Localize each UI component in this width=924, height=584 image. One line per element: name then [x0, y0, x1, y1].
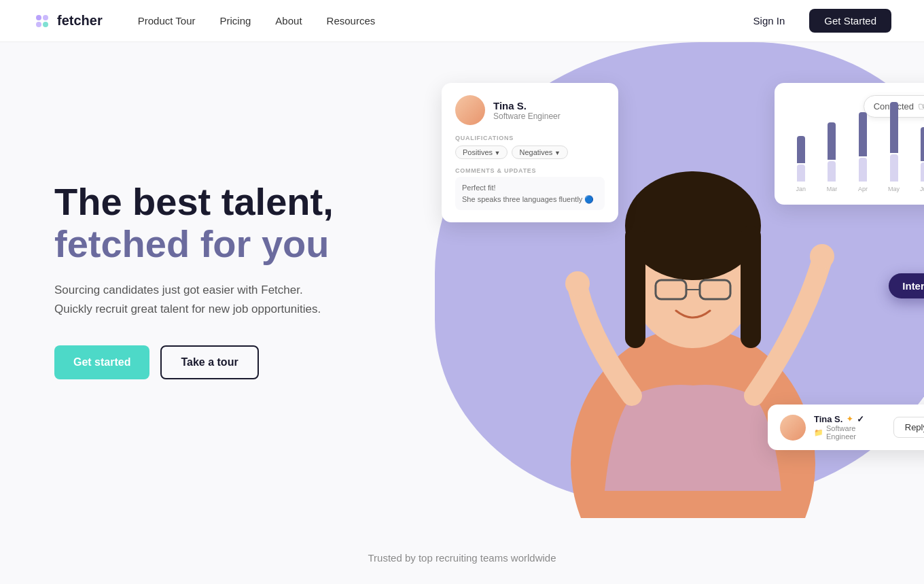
- chart-bars: [788, 127, 924, 182]
- hero-title-line1: The best talent,: [54, 180, 334, 223]
- hero-subtitle-line1: Sourcing candidates just got easier with…: [54, 284, 303, 296]
- profile-role: Software Engineer: [493, 111, 561, 121]
- get-started-button[interactable]: Get started: [54, 345, 149, 379]
- bar-jun: [912, 127, 924, 182]
- chart-label-may: May: [881, 186, 907, 192]
- bar-light-mar: [828, 161, 836, 182]
- nav-pricing[interactable]: Pricing: [209, 10, 262, 32]
- chart-card: Contacted ☞: [775, 83, 924, 205]
- navbar: fetcher Product Tour Pricing About Resou…: [0, 0, 924, 42]
- profile-card: Tina S. Software Engineer QUALIFICATIONS…: [442, 83, 618, 222]
- trusted-section: Trusted by top recruiting teams worldwid…: [0, 518, 924, 584]
- bar-light-jan: [797, 165, 805, 182]
- bar-jan: [788, 136, 814, 182]
- svg-point-0: [36, 15, 41, 20]
- comments-label: COMMENTS & UPDATES: [455, 167, 605, 174]
- fetcher-logo-icon: [33, 12, 52, 31]
- logo[interactable]: fetcher: [33, 12, 103, 31]
- trusted-text: Trusted by top recruiting teams worldwid…: [54, 552, 870, 564]
- profile-avatar: [455, 95, 485, 125]
- svg-point-3: [43, 22, 48, 27]
- reply-button[interactable]: Reply: [893, 417, 924, 438]
- hero-content: The best talent, fetched for you Sourcin…: [0, 126, 462, 434]
- bar-apr: [850, 112, 876, 182]
- hero-visual: Tina S. Software Engineer QUALIFICATIONS…: [462, 42, 924, 518]
- chart-label-apr: Apr: [850, 186, 876, 192]
- reply-spark-icon: ✦: [847, 415, 853, 424]
- hero-subtitle: Sourcing candidates just got easier with…: [54, 281, 380, 317]
- reply-avatar: [780, 415, 806, 441]
- chart-label-jan: Jan: [788, 186, 814, 192]
- comment-line2: She speaks three languages fluently 🔵: [462, 194, 598, 205]
- svg-point-1: [43, 15, 48, 20]
- sign-in-button[interactable]: Sign In: [740, 10, 799, 32]
- bar-dark-mar: [828, 122, 836, 160]
- hero-title-line2: fetched for you: [54, 222, 329, 265]
- svg-rect-7: [625, 226, 645, 348]
- nav-resources[interactable]: Resources: [316, 10, 387, 32]
- profile-name: Tina S.: [493, 100, 561, 111]
- cursor-icon: ☞: [918, 100, 924, 113]
- bar-dark-jun: [921, 127, 924, 161]
- nav-links: Product Tour Pricing About Resources: [127, 10, 387, 32]
- bar-may: [881, 102, 907, 182]
- reply-name-text: Tina S.: [814, 414, 842, 424]
- profile-card-header: Tina S. Software Engineer: [455, 95, 605, 125]
- bar-light-apr: [859, 158, 867, 182]
- bar-dark-jan: [797, 136, 805, 163]
- chart-labels: Jan Mar Apr May Jun: [788, 186, 924, 192]
- interested-pill: Interested: [889, 273, 924, 298]
- navbar-left: fetcher Product Tour Pricing About Resou…: [33, 10, 386, 32]
- hero-section: The best talent, fetched for you Sourcin…: [0, 42, 924, 518]
- comment-line1: Perfect fit!: [462, 182, 598, 194]
- get-started-nav-button[interactable]: Get Started: [809, 9, 891, 33]
- chart-label-jun: Jun: [912, 186, 924, 192]
- hero-subtitle-line2: Quickly recruit great talent for new job…: [54, 303, 321, 315]
- bar-dark-apr: [859, 112, 867, 156]
- tag-positives[interactable]: Positives: [455, 145, 508, 159]
- chart-label-mar: Mar: [819, 186, 845, 192]
- reply-name: Tina S. ✦ ✓: [814, 414, 885, 424]
- svg-rect-8: [741, 226, 761, 348]
- reply-check-icon: ✓: [857, 414, 864, 424]
- svg-point-12: [565, 271, 590, 296]
- bar-light-may: [890, 154, 898, 182]
- reply-role: 📁 Software Engineer: [814, 424, 885, 441]
- interested-badge: Interested: [889, 273, 924, 298]
- nav-product-tour[interactable]: Product Tour: [127, 10, 207, 32]
- bar-light-jun: [921, 162, 924, 182]
- brand-name: fetcher: [57, 13, 103, 29]
- bar-mar: [819, 122, 845, 182]
- reply-info: Tina S. ✦ ✓ 📁 Software Engineer: [814, 414, 885, 441]
- take-a-tour-button[interactable]: Take a tour: [160, 345, 258, 379]
- bar-dark-may: [890, 102, 898, 153]
- reply-card: Tina S. ✦ ✓ 📁 Software Engineer Reply: [768, 405, 924, 450]
- nav-about[interactable]: About: [264, 10, 313, 32]
- hero-buttons: Get started Take a tour: [54, 345, 429, 379]
- qualification-tags: Positives Negatives: [455, 145, 605, 159]
- tag-negatives[interactable]: Negatives: [512, 145, 567, 159]
- qualifications-label: QUALIFICATIONS: [455, 135, 605, 141]
- comments-box: Perfect fit! She speaks three languages …: [455, 177, 605, 210]
- hero-title: The best talent, fetched for you: [54, 181, 429, 264]
- svg-point-13: [810, 244, 834, 269]
- reply-role-text: Software Engineer: [826, 424, 885, 441]
- svg-point-2: [36, 22, 41, 27]
- reply-role-icon: 📁: [814, 428, 823, 437]
- navbar-right: Sign In Get Started: [740, 9, 891, 33]
